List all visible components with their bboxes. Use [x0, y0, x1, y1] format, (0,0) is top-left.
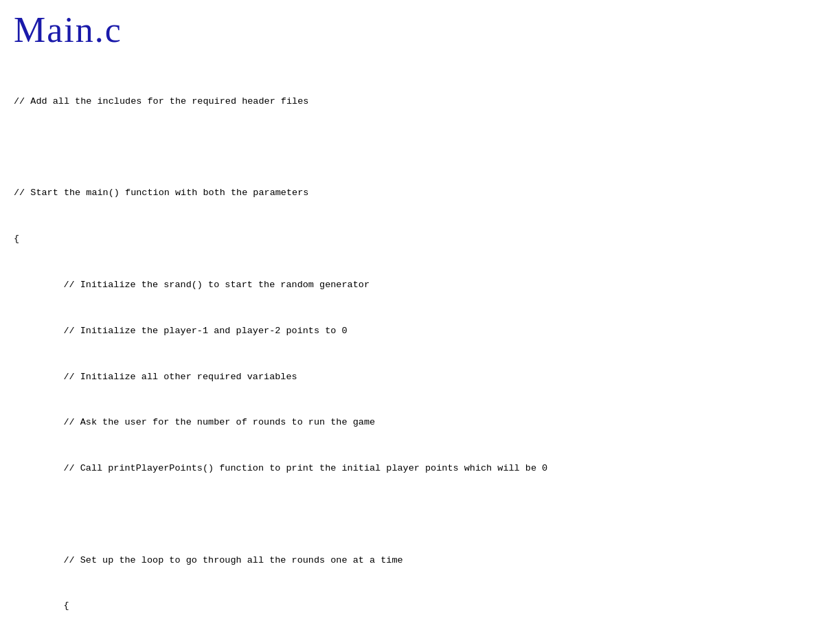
line-8: // Set up the loop to go through all the… [41, 553, 826, 568]
line-1: // Add all the includes for the required… [14, 94, 826, 109]
line-3: // Initialize the srand() to start the r… [41, 278, 826, 293]
line-blank-2 [14, 507, 826, 522]
page-container: Main.c // Add all the includes for the r… [14, 10, 826, 641]
line-5: // Initialize all other required variabl… [41, 370, 826, 385]
line-brace-open: { [14, 232, 826, 247]
line-7: // Call printPlayerPoints() function to … [41, 461, 826, 476]
line-2: // Start the main() function with both t… [14, 185, 826, 201]
code-content: // Add all the includes for the required… [14, 63, 826, 641]
page-title: Main.c [14, 10, 826, 49]
line-4: // Initialize the player-1 and player-2 … [41, 324, 826, 339]
line-inner-brace-open: { [41, 598, 826, 614]
line-6: // Ask the user for the number of rounds… [41, 415, 826, 430]
line-blank-1 [14, 140, 826, 155]
